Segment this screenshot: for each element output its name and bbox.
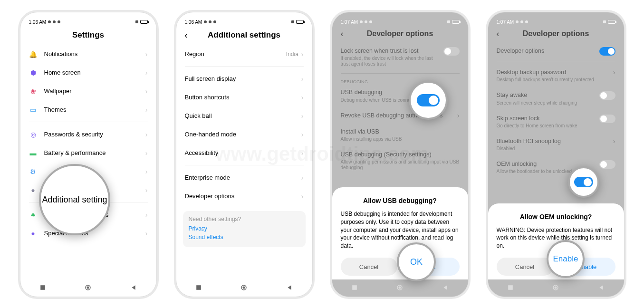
chevron-right-icon: ›: [301, 149, 304, 157]
status-time: 1:07 AM: [341, 19, 358, 25]
battery-icon: ▬: [29, 149, 38, 157]
signal-icon: [603, 20, 606, 23]
cancel-button[interactable]: Cancel: [341, 258, 397, 276]
status-icon: [365, 20, 367, 23]
page-title: Additional settings: [208, 30, 280, 40]
svg-point-5: [243, 287, 245, 289]
back-button[interactable]: ‹: [185, 30, 188, 40]
row-region[interactable]: Region India ›: [185, 45, 304, 63]
status-time: 1:06 AM: [29, 19, 47, 25]
hint-question: Need other settings?: [189, 216, 300, 222]
nav-back-icon[interactable]: [131, 285, 136, 290]
settings-row[interactable]: Developer options ›: [185, 187, 304, 205]
nav-home-icon[interactable]: [241, 285, 247, 290]
row-label: Notifications: [44, 50, 145, 58]
settings-row[interactable]: ❀ Wallpaper ›: [29, 82, 148, 100]
nav-back-icon[interactable]: [287, 285, 292, 290]
dev-option-row[interactable]: Bluetooth HCI snoop logDisabled ›: [497, 133, 615, 156]
settings-row[interactable]: ⬢ Home screen ›: [29, 63, 148, 82]
settings-row[interactable]: Full screen display ›: [185, 69, 304, 88]
settings-row[interactable]: ▬ Battery & performance ›: [29, 144, 148, 162]
chevron-right-icon: ›: [145, 50, 148, 58]
phone-settings: 1:06 AM Settings 🔔 Notifications › ⬢ Hom…: [20, 12, 157, 297]
dialog-title: Allow OEM unlocking?: [497, 213, 615, 221]
link-sound-effects[interactable]: Sound effects: [189, 234, 300, 241]
dev-option-row[interactable]: Stay awakeScreen will never sleep while …: [497, 87, 615, 110]
chevron-right-icon: ›: [145, 186, 148, 194]
chevron-right-icon: ›: [301, 174, 304, 182]
svg-rect-9: [508, 285, 513, 290]
dialog-title: Allow USB debugging?: [341, 197, 460, 204]
settings-row[interactable]: Accessibility ›: [185, 144, 304, 162]
toggle[interactable]: [443, 47, 460, 56]
toggle-oem-unlocking[interactable]: [574, 177, 593, 187]
settings-row[interactable]: 🔔 Notifications ›: [29, 45, 148, 63]
divider: [341, 73, 460, 74]
magnifier-text: Additional setting: [42, 195, 107, 205]
chevron-right-icon: ›: [145, 211, 148, 219]
row-label: Battery & performance: [44, 149, 145, 156]
svg-rect-3: [196, 285, 201, 290]
row-install-usb[interactable]: Install via USBAllow installing apps via…: [341, 124, 460, 146]
battery-icon: [296, 20, 304, 24]
chevron-right-icon: ›: [145, 230, 148, 237]
divider: [29, 122, 148, 122]
row-label: USB debugging (Security settings): [341, 151, 460, 158]
row-dev-options[interactable]: Developer options: [497, 43, 615, 60]
nav-recent-icon[interactable]: [352, 285, 357, 290]
toggle-usb-debugging[interactable]: [417, 94, 440, 106]
nav-recent-icon[interactable]: [40, 285, 46, 290]
status-icon: [53, 20, 56, 23]
status-time: 1:06 AM: [185, 19, 202, 25]
nav-back-icon[interactable]: [598, 285, 604, 290]
highlight-usb-debugging-toggle: [409, 81, 448, 120]
settings-row[interactable]: Quick ball ›: [185, 106, 304, 125]
nav-recent-icon[interactable]: [508, 285, 513, 290]
row-lock-trust[interactable]: Lock screen when trust is lostIf enabled…: [341, 43, 460, 71]
row-sublabel: Allow installing apps via USB: [341, 136, 460, 142]
row-label: Button shortcuts: [185, 94, 301, 101]
additional-icon: ●: [29, 186, 38, 194]
nav-bar: [332, 279, 468, 297]
status-bar: 1:06 AM: [176, 16, 312, 28]
chevron-right-icon: ›: [301, 192, 304, 200]
back-button[interactable]: ‹: [341, 29, 344, 39]
status-icon: [204, 20, 207, 23]
settings-row[interactable]: One-handed mode ›: [185, 125, 304, 144]
chevron-right-icon: ›: [145, 106, 148, 114]
row-label: Enterprise mode: [185, 174, 301, 181]
nav-home-icon[interactable]: [553, 285, 558, 290]
row-sublabel: Desktop full backups aren't currently pr…: [497, 77, 613, 83]
row-label: Developer options: [185, 192, 301, 200]
row-sublabel: If enabled, the device will lock when th…: [341, 56, 443, 67]
status-icon: [369, 20, 372, 23]
svg-point-8: [399, 287, 401, 289]
toggle[interactable]: [599, 160, 615, 169]
row-label: Full screen display: [185, 75, 301, 82]
settings-row[interactable]: Button shortcuts ›: [185, 88, 304, 106]
back-button[interactable]: ‹: [497, 29, 500, 39]
dialog-body: USB debugging is intended for developmen…: [341, 210, 460, 250]
toggle[interactable]: [599, 115, 615, 123]
settings-row[interactable]: ◎ Passwords & security ›: [29, 125, 148, 144]
dev-option-row[interactable]: Desktop backup passwordDesktop full back…: [497, 64, 615, 87]
row-label: Passwords & security: [44, 131, 145, 138]
settings-row[interactable]: Enterprise mode ›: [185, 168, 304, 187]
nav-back-icon[interactable]: [442, 285, 448, 290]
nav-recent-icon[interactable]: [196, 285, 202, 290]
nav-home-icon[interactable]: [85, 285, 91, 290]
settings-row[interactable]: ▭ Themes ›: [29, 100, 148, 119]
signal-icon: [135, 20, 138, 23]
link-privacy[interactable]: Privacy: [189, 225, 300, 232]
nav-home-icon[interactable]: [397, 285, 403, 290]
status-icon: [48, 20, 51, 23]
row-label: Themes: [44, 106, 145, 113]
row-usb-security[interactable]: USB debugging (Security settings)Allow g…: [341, 146, 460, 175]
cancel-button[interactable]: Cancel: [497, 258, 553, 276]
toggle-dev-options[interactable]: [599, 47, 615, 56]
row-label: Developer options: [497, 47, 599, 55]
toggle[interactable]: [599, 91, 615, 100]
special-icon: ●: [29, 230, 38, 237]
dev-option-row[interactable]: Skip screen lockGo directly to Home scre…: [497, 110, 615, 133]
signal-icon: [447, 20, 450, 23]
